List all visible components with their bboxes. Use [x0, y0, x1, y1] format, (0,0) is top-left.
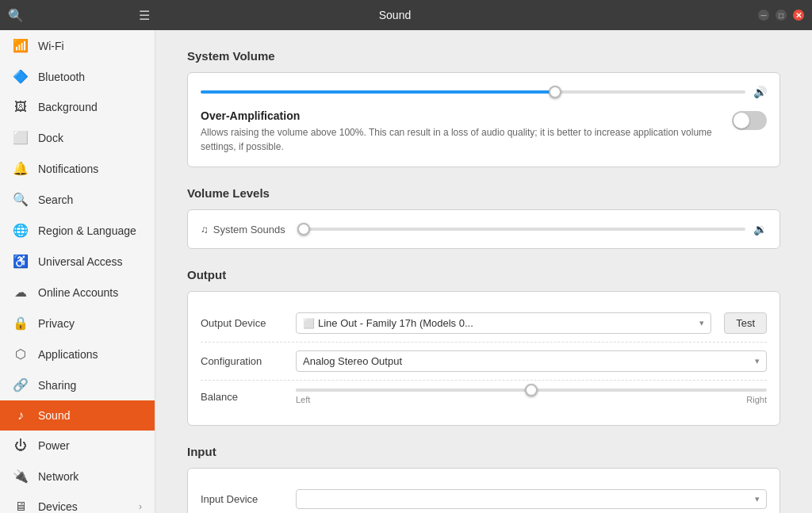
test-button[interactable]: Test — [724, 312, 767, 334]
devices-label: Devices — [38, 500, 129, 513]
output-device-icon: ⬜ — [303, 318, 315, 329]
sound-label: Sound — [38, 409, 142, 422]
system-sounds-label: ♫ System Sounds — [201, 224, 296, 235]
system-volume-track[interactable] — [201, 90, 745, 94]
system-sounds-slider[interactable] — [304, 228, 745, 231]
system-sounds-text: System Sounds — [213, 224, 285, 235]
over-amp-desc: Allows raising the volume above 100%. Th… — [201, 125, 722, 154]
system-volume-fill — [201, 90, 555, 94]
sidebar-item-power[interactable]: ⏻ Power — [0, 431, 155, 461]
system-volume-row: 🔊 — [201, 86, 767, 98]
output-config-control: Analog Stereo Output ▾ — [296, 350, 767, 372]
music-icon: ♫ — [201, 224, 209, 235]
devices-chevron: › — [139, 501, 142, 512]
sidebar-item-online-accounts[interactable]: ☁ Online Accounts — [0, 277, 155, 308]
balance-thumb[interactable] — [525, 384, 538, 396]
output-device-control: ⬜ Line Out - Family 17h (Models 0... ▾ T… — [296, 312, 767, 334]
output-device-chevron: ▾ — [699, 318, 704, 328]
sidebar-item-network[interactable]: 🔌 Network — [0, 461, 155, 492]
balance-slider[interactable]: Left Right — [296, 389, 767, 404]
system-volume-title: System Volume — [187, 49, 780, 63]
wifi-label: Wi-Fi — [38, 40, 142, 52]
background-label: Background — [38, 101, 142, 113]
output-device-dropdown[interactable]: ⬜ Line Out - Family 17h (Models 0... ▾ — [296, 312, 711, 334]
sidebar-item-sharing[interactable]: 🔗 Sharing — [0, 369, 155, 400]
network-icon: 🔌 — [13, 469, 29, 484]
universal-access-icon: ♿ — [13, 254, 29, 269]
privacy-icon: 🔒 — [13, 316, 29, 331]
over-amp-text: Over-Amplification Allows raising the vo… — [201, 109, 722, 154]
system-volume-thumb[interactable] — [549, 86, 561, 98]
privacy-label: Privacy — [38, 317, 142, 330]
minimize-button[interactable]: ─ — [758, 10, 769, 21]
power-icon: ⏻ — [13, 438, 29, 453]
input-title: Input — [187, 445, 780, 458]
over-amp-title: Over-Amplification — [201, 109, 722, 122]
output-device-row: Output Device ⬜ Line Out - Family 17h (M… — [201, 304, 767, 343]
system-volume-card: 🔊 Over-Amplification Allows raising the … — [187, 72, 780, 167]
volume-icon: 🔊 — [753, 86, 767, 98]
volume-levels-title: Volume Levels — [187, 186, 780, 200]
bluetooth-label: Bluetooth — [38, 71, 142, 83]
bluetooth-icon: 🔷 — [13, 69, 29, 84]
sidebar-item-wifi[interactable]: 📶 Wi-Fi — [0, 30, 155, 61]
universal-access-label: Universal Access — [38, 255, 142, 268]
menu-icon[interactable]: ☰ — [139, 8, 150, 23]
balance-row: Balance Left Right — [201, 381, 767, 412]
window-controls: ─ □ ✕ — [758, 10, 804, 21]
applications-icon: ⬡ — [13, 346, 29, 362]
close-button[interactable]: ✕ — [793, 10, 804, 21]
system-sounds-vol-icon: 🔉 — [753, 223, 767, 235]
sidebar-item-devices[interactable]: 🖥 Devices › — [0, 492, 155, 513]
sidebar-item-notifications[interactable]: 🔔 Notifications — [0, 153, 155, 184]
sidebar-item-applications[interactable]: ⬡ Applications — [0, 339, 155, 369]
balance-left-label: Left — [296, 395, 310, 404]
search-icon[interactable]: 🔍 — [8, 8, 32, 23]
sound-icon: ♪ — [13, 408, 29, 423]
search-icon: 🔍 — [13, 192, 29, 207]
power-label: Power — [38, 439, 142, 452]
search-label: Search — [38, 193, 142, 206]
sidebar-item-sound[interactable]: ♪ Sound — [0, 400, 155, 431]
balance-right-label: Right — [746, 395, 767, 404]
output-config-value: Analog Stereo Output — [303, 355, 402, 367]
output-title: Output — [187, 268, 780, 281]
wifi-icon: 📶 — [13, 38, 29, 53]
sidebar-item-privacy[interactable]: 🔒 Privacy — [0, 308, 155, 339]
dock-icon: ⬜ — [13, 130, 29, 145]
input-device-arrow: ▾ — [755, 494, 760, 504]
background-icon: 🖼 — [13, 100, 29, 114]
sidebar-item-universal-access[interactable]: ♿ Universal Access — [0, 246, 155, 277]
maximize-button[interactable]: □ — [776, 10, 787, 21]
sidebar-item-search[interactable]: 🔍 Search — [0, 184, 155, 215]
system-sounds-track[interactable] — [304, 228, 745, 231]
sidebar-item-bluetooth[interactable]: 🔷 Bluetooth — [0, 61, 155, 92]
system-sounds-row: ♫ System Sounds 🔉 — [201, 223, 767, 235]
region-language-icon: 🌐 — [13, 223, 29, 238]
balance-fill — [296, 389, 531, 392]
output-card: Output Device ⬜ Line Out - Family 17h (M… — [187, 291, 780, 426]
output-device-name: Line Out - Family 17h (Models 0... — [318, 317, 696, 329]
dock-label: Dock — [38, 132, 142, 144]
balance-track[interactable] — [296, 389, 767, 392]
output-config-row: Configuration Analog Stereo Output ▾ — [201, 343, 767, 381]
sidebar-item-region-language[interactable]: 🌐 Region & Language — [0, 215, 155, 246]
devices-icon: 🖥 — [13, 500, 29, 513]
network-label: Network — [38, 470, 142, 483]
system-volume-slider-container[interactable] — [201, 90, 745, 94]
balance-label: Balance — [201, 391, 296, 403]
sidebar-item-dock[interactable]: ⬜ Dock — [0, 122, 155, 153]
output-config-arrow: ▾ — [755, 356, 760, 366]
sidebar-item-background[interactable]: 🖼 Background — [0, 92, 155, 122]
online-accounts-label: Online Accounts — [38, 286, 142, 299]
toggle-knob — [733, 113, 749, 128]
output-device-label: Output Device — [201, 317, 296, 329]
region-language-label: Region & Language — [38, 224, 142, 237]
notifications-label: Notifications — [38, 163, 142, 175]
system-sounds-thumb[interactable] — [297, 223, 310, 235]
sharing-icon: 🔗 — [13, 377, 29, 392]
over-amp-toggle[interactable] — [732, 111, 767, 130]
sharing-label: Sharing — [38, 379, 142, 392]
output-config-dropdown[interactable]: Analog Stereo Output ▾ — [296, 350, 767, 372]
input-device-dropdown[interactable]: ▾ — [296, 489, 767, 509]
